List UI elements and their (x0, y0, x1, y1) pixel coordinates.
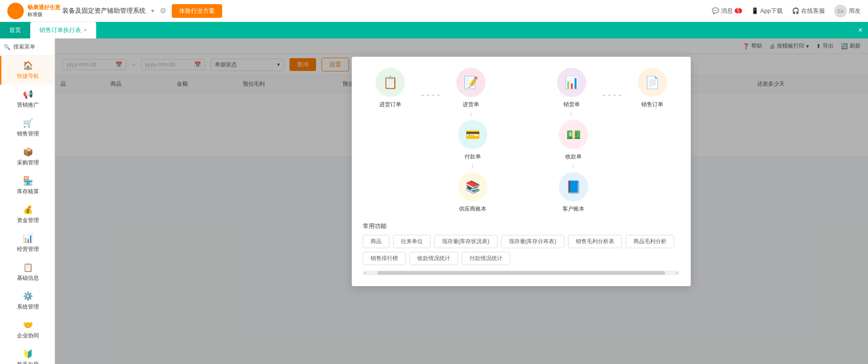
common-functions-title: 常用功能 (363, 222, 680, 230)
node-receipt-bill[interactable]: 💵 收款单 (546, 120, 601, 161)
message-icon: 💬 (712, 7, 719, 14)
sidebar-item-inventory[interactable]: 🏪 库存核算 (0, 171, 55, 200)
sidebar-item-basic-info[interactable]: 📋 基础信息 (0, 258, 55, 287)
sale-order-label: 销售订单 (641, 101, 663, 109)
func-btn-product-profit[interactable]: 商品毛利分析 (626, 235, 674, 248)
supplier-ledger-icon: 📚 (458, 172, 487, 201)
online-service-label: 在线客服 (801, 7, 825, 15)
sidebar-item-sales[interactable]: 🛒 销售管理 (0, 114, 55, 142)
message-action[interactable]: 💬 消息 5 (712, 7, 742, 15)
purchase-icon: 📦 (23, 147, 33, 157)
logo-area: 畅康通好生意 标准版 (7, 3, 62, 19)
main-layout: 🔍 搜索菜单 🏠 快捷导航 📢 营销推广 🛒 销售管理 📦 采购管理 🏪 (0, 38, 868, 364)
sidebar-item-guide[interactable]: 🔰 新手引导 (0, 344, 55, 364)
sales-label: 销售管理 (17, 130, 39, 138)
func-btn-sales-rank[interactable]: 销售排行榜 (363, 252, 406, 265)
receipt-bill-icon: 💵 (559, 120, 588, 149)
user-profile[interactable]: Ea 用友 (834, 5, 861, 17)
customer-ledger-icon: 📘 (559, 172, 588, 201)
basic-info-label: 基础信息 (17, 274, 39, 282)
marketing-icon: 📢 (23, 89, 33, 99)
node-purchase-bill[interactable]: 📝 进货单 (443, 68, 498, 109)
node-payment-bill[interactable]: 💳 付款单 (445, 120, 500, 161)
node-sale-order[interactable]: 📄 销售订单 (625, 68, 680, 109)
system-icon: ⚙️ (23, 291, 33, 301)
sidebar-item-system[interactable]: ⚙️ 系统管理 (0, 287, 55, 315)
purchase-label: 采购管理 (17, 159, 39, 167)
arrow-down-sale: ↓ (544, 109, 598, 118)
popup-card: 📋 进货订单 📝 进货单 (352, 57, 691, 286)
scroll-right-btn[interactable]: › (674, 270, 680, 276)
search-menu-label: 搜索菜单 (13, 43, 35, 51)
tab-close-icon[interactable]: × (84, 27, 87, 33)
top-header: 畅康通好生意 标准版 装备及固定资产辅助管理系统 ▾ ⚙ 体验行业方案 💬 消息… (0, 0, 868, 22)
sidebar-item-finance[interactable]: 💰 资金管理 (0, 200, 55, 229)
node-supplier-ledger[interactable]: 📚 供应商账本 (445, 172, 500, 213)
trial-button[interactable]: 体验行业方案 (172, 4, 222, 18)
message-label: 消息 (721, 7, 733, 15)
sidebar-nav: 🏠 快捷导航 📢 营销推广 🛒 销售管理 📦 采购管理 🏪 库存核算 💰 (0, 56, 55, 364)
operation-label: 经营管理 (17, 245, 39, 253)
header-right: 💬 消息 5 📱 App下载 🎧 在线客服 Ea 用友 (712, 5, 861, 17)
finance-label: 资金管理 (17, 217, 39, 224)
settings-icon[interactable]: ⚙ (160, 6, 166, 15)
tab-sales-order[interactable]: 销售订单执行表 × (30, 22, 96, 38)
title-dropdown-icon[interactable]: ▾ (151, 7, 154, 14)
node-purchase-order[interactable]: 📋 进货订单 (363, 68, 418, 109)
scroll-thumb (377, 271, 665, 275)
basic-info-icon: 📋 (23, 262, 33, 272)
finance-icon: 💰 (23, 205, 33, 215)
system-name: 装备及固定资产辅助管理系统 (62, 7, 146, 15)
purchase-bill-icon: 📝 (456, 68, 486, 97)
func-btn-stock-status[interactable]: 现存量(库存状况表) (434, 235, 497, 248)
sidebar-item-purchase[interactable]: 📦 采购管理 (0, 142, 55, 171)
node-customer-ledger[interactable]: 📘 客户账本 (546, 172, 601, 213)
content-area: ❓ 帮助 🖨 按模板打印 ▾ ⬆ 导出 🔄 刷新 yyyy-mm-dd 📅 (55, 38, 868, 364)
purchase-order-icon: 📋 (376, 68, 405, 97)
sidebar-item-quick-nav[interactable]: 🏠 快捷导航 (0, 56, 55, 85)
func-btn-sales-profit[interactable]: 销售毛利分析表 (568, 235, 622, 248)
func-btn-receipt-stat[interactable]: 收款情况统计 (409, 252, 458, 265)
mobile-icon: 📱 (751, 7, 759, 14)
sale-bill-label: 销货单 (563, 101, 580, 109)
brand-name: 畅康通好生意 (27, 4, 60, 11)
tab-home[interactable]: 首页 (0, 22, 30, 38)
popup-scrollbar[interactable]: ‹ › (363, 271, 680, 275)
func-btn-product[interactable]: 商品 (363, 235, 389, 248)
operation-icon: 📊 (23, 234, 33, 244)
inventory-icon: 🏪 (23, 176, 33, 186)
quick-nav-label: 快捷导航 (17, 72, 39, 80)
purchase-bill-label: 进货单 (463, 101, 479, 109)
guide-icon: 🔰 (23, 349, 33, 359)
app-download-action[interactable]: 📱 App下载 (751, 7, 783, 15)
system-label: 系统管理 (17, 303, 39, 311)
sidebar-item-enterprise[interactable]: 🤝 企业协同 (0, 315, 55, 344)
func-btn-contacts[interactable]: 往来单位 (393, 235, 431, 248)
tabs-close-all[interactable]: × (858, 26, 868, 34)
supplier-ledger-label: 供应商账本 (459, 205, 486, 213)
payment-bill-label: 付款单 (464, 153, 481, 161)
sidebar-item-marketing[interactable]: 📢 营销推广 (0, 85, 55, 114)
app-download-label: App下载 (760, 7, 783, 15)
func-buttons-row1: 商品 往来单位 现存量(库存状况表) 现存量(库存分布表) 销售毛利分析表 商品… (363, 235, 680, 248)
sale-bill-icon: 📊 (557, 68, 586, 97)
logo-text: 畅康通好生意 标准版 (27, 4, 60, 18)
flow-diagram: 📋 进货订单 📝 进货单 (363, 68, 680, 213)
sidebar: 🔍 搜索菜单 🏠 快捷导航 📢 营销推广 🛒 销售管理 📦 采购管理 🏪 (0, 38, 55, 364)
arrow-down-payment: ↓ (445, 161, 500, 170)
logo-icon (7, 3, 24, 19)
guide-label: 新手引导 (17, 361, 39, 364)
func-btn-stock-dist[interactable]: 现存量(库存分布表) (501, 235, 564, 248)
sidebar-item-operation[interactable]: 📊 经营管理 (0, 229, 55, 258)
online-service-action[interactable]: 🎧 在线客服 (792, 7, 825, 15)
inventory-label: 库存核算 (17, 188, 39, 196)
node-sale-bill[interactable]: 📊 销货单 (544, 68, 599, 109)
search-icon: 🔍 (4, 44, 11, 50)
func-btn-payment-stat[interactable]: 付款情况统计 (462, 252, 510, 265)
system-title-area: 装备及固定资产辅助管理系统 ▾ ⚙ 体验行业方案 (62, 4, 712, 18)
service-icon: 🎧 (792, 7, 799, 14)
enterprise-icon: 🤝 (23, 320, 33, 330)
scroll-left-btn[interactable]: ‹ (363, 270, 368, 276)
search-menu[interactable]: 🔍 搜索菜单 (0, 38, 55, 56)
sale-order-icon: 📄 (638, 68, 667, 97)
